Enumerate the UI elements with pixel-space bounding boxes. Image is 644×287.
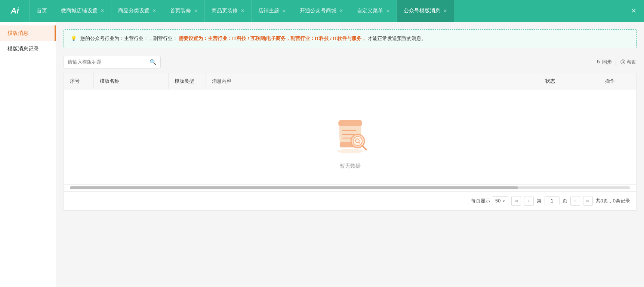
col-index: 序号 [64,73,94,89]
sync-button[interactable]: ↻ 同步 [597,59,612,65]
scroll-thumb[interactable] [70,186,518,189]
pagination-bar: 每页显示 50 ∨ ⊲ ‹ 第 页 › ⊳ 共0页，0条记录 [64,191,637,211]
tab-product-page[interactable]: 商品页装修 ✕ [205,0,252,22]
help-icon: ⓪ [620,59,625,65]
tab-template-msg[interactable]: 公众号模版消息 ✕ [397,0,454,22]
prev-page-button[interactable]: ‹ [524,196,534,206]
scroll-track[interactable] [70,186,630,189]
page-size-label: 每页显示 [471,198,490,204]
close-tab-product-page[interactable]: ✕ [241,8,244,13]
divider: | [616,59,617,65]
next-page-button[interactable]: › [570,196,580,206]
search-input-wrap: 🔍 [64,56,161,68]
page-size-select: 每页显示 50 ∨ [471,196,508,205]
close-tab-open-mall[interactable]: ✕ [339,8,343,13]
last-page-button[interactable]: ⊳ [583,196,593,206]
tab-home[interactable]: 首页 [30,0,54,22]
first-page-button[interactable]: ⊲ [511,196,521,206]
svg-point-5 [353,137,362,146]
tab-store-theme[interactable]: 店铺主题 ✕ [252,0,293,22]
close-tab-category[interactable]: ✕ [152,8,156,13]
col-status: 状态 [539,73,599,89]
close-tab-home-decor[interactable]: ✕ [194,8,198,13]
page-size-value: 50 [495,198,500,204]
sidebar: 模版消息 模版消息记录 [0,22,56,287]
notice-box: 💡 您的公众号行业为：主营行业：，副营行业： 需要设置为：主营行业：IT科技 /… [64,29,637,48]
svg-point-0 [337,149,363,153]
logo: Ai [0,0,30,22]
tab-custom-menu[interactable]: 自定义菜单 ✕ [350,0,397,22]
main-layout: 模版消息 模版消息记录 💡 您的公众号行业为：主营行业：，副营行业： 需要设置为… [0,22,644,287]
close-tab-custom-menu[interactable]: ✕ [386,8,390,13]
sidebar-item-template-msg-record[interactable]: 模版消息记录 [0,41,56,57]
close-tab-template-msg[interactable]: ✕ [443,8,447,13]
page-number-input[interactable] [545,196,560,205]
close-all-tabs[interactable]: ✕ [623,7,644,15]
close-tab-store-theme[interactable]: ✕ [282,8,286,13]
tab-open-mall[interactable]: 开通公众号商城 ✕ [293,0,350,22]
tab-store-settings[interactable]: 微商城店铺设置 ✕ [54,0,111,22]
data-table: 序号 模版名称 模版类型 消息内容 状态 操作 [64,73,637,89]
col-name: 模版名称 [94,73,169,89]
page-unit-label: 页 [563,198,567,204]
search-input[interactable] [68,59,150,65]
scroll-bar-row [64,185,637,191]
help-button[interactable]: ⓪ 帮助 [620,59,637,65]
content-area: 💡 您的公众号行业为：主营行业：，副营行业： 需要设置为：主营行业：IT科技 /… [56,22,644,287]
col-type: 模版类型 [169,73,206,89]
search-actions: ↻ 同步 | ⓪ 帮助 [597,59,637,65]
col-action: 操作 [599,73,637,89]
tab-category-settings[interactable]: 商品分类设置 ✕ [111,0,163,22]
total-records-label: 共0页，0条记录 [596,198,630,204]
empty-icon [328,112,373,157]
chevron-down-icon: ∨ [502,199,505,203]
current-page-label: 第 [537,198,542,204]
sidebar-item-template-msg[interactable]: 模版消息 [0,25,56,41]
close-tab-store-settings[interactable]: ✕ [101,8,104,13]
empty-state: 暂无数据 [64,89,637,185]
tab-bar: Ai 首页 微商城店铺设置 ✕ 商品分类设置 ✕ 首页装修 ✕ 商品页装修 ✕ … [0,0,644,22]
col-content: 消息内容 [206,73,539,89]
notice-highlight: 需要设置为：主营行业：IT科技 / 互联网|电子商务，副营行业：IT科技 / I… [179,36,366,41]
search-bar: 🔍 ↻ 同步 | ⓪ 帮助 [64,56,637,68]
bulb-icon: 💡 [71,36,77,41]
search-icon[interactable]: 🔍 [150,59,157,65]
empty-text: 暂无数据 [340,163,361,170]
tab-home-decor[interactable]: 首页装修 ✕ [163,0,205,22]
page-size-dropdown[interactable]: 50 ∨ [492,196,508,205]
svg-line-6 [362,146,366,150]
sync-icon: ↻ [597,59,601,65]
table-header-row: 序号 模版名称 模版类型 消息内容 状态 操作 [64,73,637,89]
